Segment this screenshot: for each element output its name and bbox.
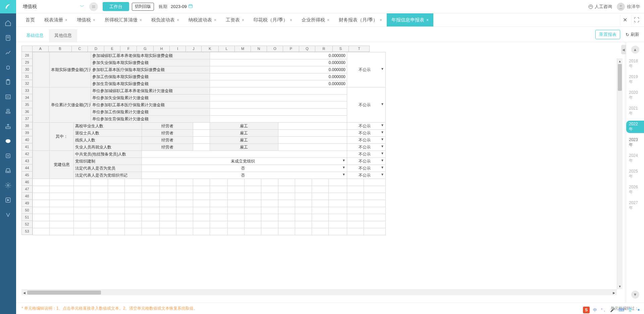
row-header-37[interactable]: 37	[21, 115, 33, 122]
ime-punct-icon[interactable]: °，	[600, 307, 607, 313]
expand-icon[interactable]: ⛶	[631, 15, 641, 25]
row-header-30[interactable]: 30	[21, 66, 33, 73]
tab-9[interactable]: 财务报表（月/季）×	[334, 13, 387, 26]
col-header-E[interactable]: E	[104, 46, 120, 52]
ime-toolbox-icon[interactable]: ✦	[635, 307, 642, 313]
clipboard-icon[interactable]	[4, 78, 12, 86]
row-header-41[interactable]: 41	[21, 143, 33, 150]
row-header-36[interactable]: 36	[21, 108, 33, 115]
row-header-43[interactable]: 43	[21, 158, 33, 165]
col-header-I[interactable]: I	[170, 46, 186, 52]
row-header-48[interactable]: 48	[21, 193, 33, 200]
tab-close-icon[interactable]: ×	[140, 18, 142, 22]
year-2023年[interactable]: 2023年	[626, 136, 644, 149]
refresh-button[interactable]: ↻ 刷新	[626, 32, 639, 38]
row-header-31[interactable]: 31	[21, 73, 33, 80]
row-header-32[interactable]: 32	[21, 80, 33, 87]
v-scroll-thumb[interactable]	[618, 64, 622, 91]
row-header-39[interactable]: 39	[21, 129, 33, 136]
scroll-right-icon[interactable]: ▶	[611, 290, 617, 296]
row-header-53[interactable]: 53	[21, 228, 33, 235]
upload-icon[interactable]	[4, 123, 12, 130]
calendar-icon[interactable]	[188, 4, 193, 9]
horizontal-scrollbar[interactable]: ◀ ▶	[21, 290, 617, 295]
archive-icon[interactable]	[4, 152, 12, 160]
col-header-D[interactable]: D	[88, 46, 104, 52]
scroll-down-icon[interactable]: ▼	[617, 284, 623, 289]
tab-close-icon[interactable]: ×	[380, 18, 382, 22]
year-2027年[interactable]: 2027年	[626, 199, 644, 212]
tab-8[interactable]: 企业所得税×	[297, 13, 334, 26]
scroll-up-icon[interactable]: ▲	[617, 58, 623, 64]
row-header-29[interactable]: 29	[21, 59, 33, 66]
col-header-H[interactable]: H	[154, 46, 170, 52]
tab-4[interactable]: 税负波动表×	[147, 13, 184, 26]
year-2020年[interactable]: 2020年	[626, 89, 644, 102]
row-header-51[interactable]: 51	[21, 214, 33, 221]
user-menu[interactable]: 徐泽华	[617, 3, 640, 11]
tab-close-icon[interactable]: ×	[426, 18, 429, 22]
year-2018年[interactable]: 2018年	[626, 58, 644, 70]
period-value[interactable]: 2023-09	[171, 4, 187, 9]
row-header-35[interactable]: 35	[21, 101, 33, 108]
rail-collapse-button[interactable]: ◀	[621, 45, 626, 54]
tab-10[interactable]: 年报信息申报表×	[387, 13, 433, 26]
col-header-M[interactable]: M	[235, 46, 251, 52]
chart-icon[interactable]	[4, 49, 12, 56]
col-header-S[interactable]: S	[333, 46, 349, 52]
row-header-52[interactable]: 52	[21, 221, 33, 228]
row-header-47[interactable]: 47	[21, 186, 33, 193]
tab-close-icon[interactable]: ×	[214, 18, 216, 22]
tab-close-icon[interactable]: ×	[290, 18, 292, 22]
sogou-icon[interactable]: S	[583, 307, 590, 313]
tab-6[interactable]: 工资表×	[221, 13, 249, 26]
gear-icon[interactable]	[4, 182, 12, 189]
col-header-J[interactable]: J	[186, 46, 202, 52]
module-selector[interactable]: 增值税 ﹀	[20, 4, 87, 10]
support-link[interactable]: 人工咨询	[588, 4, 612, 10]
year-2022年[interactable]: 2022年	[626, 121, 644, 133]
tab-5[interactable]: 纳税波动表×	[184, 13, 221, 26]
ime-keyboard-icon[interactable]: ⌨	[618, 307, 625, 313]
play-icon[interactable]	[4, 196, 12, 204]
col-header-F[interactable]: F	[120, 46, 137, 52]
year-down-icon[interactable]: ▼	[631, 291, 639, 299]
tax-icon[interactable]	[4, 137, 12, 145]
year-2021年[interactable]: 2021年	[626, 105, 644, 117]
money-icon[interactable]	[4, 64, 12, 71]
row-header-34[interactable]: 34	[21, 94, 33, 101]
year-2024年[interactable]: 2024年	[626, 152, 644, 165]
row-header-45[interactable]: 45	[21, 172, 33, 179]
doc-icon[interactable]	[4, 34, 12, 42]
row-header-49[interactable]: 49	[21, 200, 33, 207]
inbox-icon[interactable]	[4, 167, 12, 174]
row-header-42[interactable]: 42	[21, 150, 33, 158]
col-header-G[interactable]: G	[137, 46, 154, 52]
tab-close-icon[interactable]: ×	[327, 18, 329, 22]
year-2025年[interactable]: 2025年	[626, 168, 644, 180]
tab-2[interactable]: 增值税×	[72, 13, 100, 26]
col-header-N[interactable]: N	[251, 46, 267, 52]
tab-3[interactable]: 所得税汇算清缴×	[100, 13, 147, 26]
v-icon[interactable]	[4, 211, 12, 218]
vertical-scrollbar[interactable]: ▲ ▼	[617, 58, 623, 289]
row-header-50[interactable]: 50	[21, 207, 33, 214]
report-icon[interactable]	[4, 93, 12, 101]
tab-7[interactable]: 印花税（月/季）×	[249, 13, 297, 26]
tab-close-icon[interactable]: ×	[65, 18, 67, 22]
col-header-A[interactable]: A	[33, 46, 49, 52]
col-header-P[interactable]: P	[283, 46, 299, 52]
col-header-B[interactable]: B	[49, 46, 72, 52]
list-toggle-icon[interactable]	[89, 2, 98, 11]
cells-area[interactable]: 本期实际缴费金额(万元)参加城镇职工基本养老保险本期实际缴费金额0.000000…	[33, 52, 623, 289]
subtab-other[interactable]: 其他信息	[49, 29, 77, 42]
year-2019年[interactable]: 2019年	[626, 73, 644, 86]
ime-mic-icon[interactable]: 🎤	[609, 307, 616, 313]
close-all-icon[interactable]: ✕	[620, 15, 630, 25]
stamp-icon[interactable]	[4, 108, 12, 115]
subtab-basic[interactable]: 基础信息	[21, 29, 49, 42]
year-up-icon[interactable]: ▲	[631, 46, 639, 54]
col-header-L[interactable]: L	[219, 46, 235, 52]
old-version-button[interactable]: 切到旧版	[132, 3, 154, 11]
row-header-40[interactable]: 40	[21, 136, 33, 143]
